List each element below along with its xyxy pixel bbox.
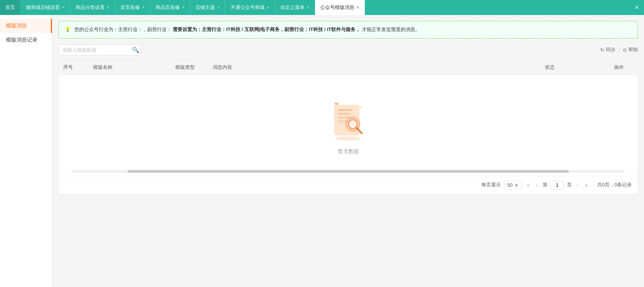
th-type: 模版类型 — [171, 60, 208, 74]
tab-homepage-close[interactable]: × — [142, 5, 145, 10]
empty-state: ✦ ✦ 暂无数据 — [59, 75, 638, 170]
search-icon: 🔍 — [132, 47, 139, 53]
notice-prefix: 您的公众号行业为：主营行业：，副营行业： — [74, 27, 172, 32]
sync-label: 同步 — [606, 46, 616, 53]
notice-suffix: 才能正常发送预置的消息。 — [362, 27, 420, 32]
sidebar-item-template-msg-label: 模版消息 — [6, 22, 27, 28]
svg-rect-2 — [338, 109, 353, 111]
last-page-button[interactable]: » — [583, 181, 589, 189]
th-index: 序号 — [59, 60, 89, 74]
tab-category-close[interactable]: × — [107, 5, 110, 10]
tab-bar: 首页 微商城店铺设置 × 商品分类设置 × 首页装修 × 商品页装修 × 店铺主… — [0, 0, 644, 15]
page-size-chevron: ∨ — [515, 182, 518, 188]
page-size-label: 每页显示 — [481, 181, 501, 188]
tab-theme[interactable]: 店铺主题 × — [190, 0, 225, 15]
tab-theme-close[interactable]: × — [217, 5, 220, 10]
search-input[interactable] — [59, 45, 129, 55]
close-all-button[interactable]: × — [629, 0, 644, 15]
tab-weshop[interactable]: 微商城店铺设置 × — [21, 0, 70, 15]
tab-productpage-close[interactable]: × — [182, 5, 185, 10]
tab-mall[interactable]: 开通公众号商城 × — [225, 0, 275, 15]
sync-icon: ↻ — [600, 47, 604, 53]
svg-point-0 — [335, 136, 361, 141]
search-bar: 🔍 ↻ 同步 | ⊙ 帮助 — [58, 45, 638, 55]
tab-template[interactable]: 公众号模版消息 × — [315, 0, 365, 15]
table-header: 序号 模版名称 模版类型 消息内容 状态 操作 — [59, 60, 638, 75]
sync-button[interactable]: ↻ 同步 — [600, 46, 616, 53]
page-input[interactable] — [551, 181, 564, 189]
search-right: ↻ 同步 | ⊙ 帮助 — [600, 46, 638, 53]
tab-home-label: 首页 — [5, 4, 15, 11]
tab-template-close[interactable]: × — [357, 5, 359, 10]
notice-highlight: 需要设置为：主营行业：IT科技 / 互联网|电子商务，副营行业：IT科技 / I… — [173, 27, 360, 32]
tab-theme-label: 店铺主题 — [195, 4, 215, 11]
th-content: 消息内容 — [208, 60, 540, 74]
search-button[interactable]: 🔍 — [129, 46, 141, 54]
page-size-value: 50 — [507, 182, 512, 188]
th-name: 模版名称 — [89, 60, 171, 74]
tab-mall-label: 开通公众号商城 — [231, 4, 265, 11]
tab-productpage-label: 商品页装修 — [155, 4, 180, 11]
next-page-button[interactable]: › — [575, 181, 580, 189]
prev-page-button[interactable]: ‹ — [534, 181, 540, 189]
tab-productpage[interactable]: 商品页装修 × — [150, 0, 190, 15]
tab-home[interactable]: 首页 — [0, 0, 21, 15]
tab-weshop-close[interactable]: × — [62, 5, 65, 10]
horizontal-scrollbar[interactable] — [72, 170, 624, 173]
svg-rect-3 — [338, 113, 350, 115]
total-info: 共0页，0条记录 — [597, 181, 632, 188]
scrollbar-thumb[interactable] — [127, 170, 569, 173]
sidebar-item-template-msg[interactable]: 模版消息 — [0, 19, 52, 33]
tab-mall-close[interactable]: × — [267, 5, 269, 10]
th-action: 操作 — [600, 60, 638, 74]
content-area: 💡 您的公众号行业为：主营行业：，副营行业： 需要设置为：主营行业：IT科技 /… — [52, 15, 644, 287]
page-size-select[interactable]: 50 ∨ — [504, 181, 522, 189]
empty-text: 暂无数据 — [338, 148, 359, 155]
page-end: 页 — [567, 181, 572, 188]
empty-illustration: ✦ ✦ — [326, 97, 371, 142]
search-left: 🔍 — [58, 45, 141, 55]
help-button[interactable]: ⊙ 帮助 — [623, 46, 638, 53]
sidebar-item-template-record[interactable]: 模版消息记录 — [0, 33, 52, 47]
tab-weshop-label: 微商城店铺设置 — [26, 4, 60, 11]
first-page-button[interactable]: « — [525, 181, 531, 189]
sidebar-item-template-record-label: 模版消息记录 — [6, 37, 37, 43]
tab-homepage-label: 首页装修 — [120, 4, 140, 11]
help-icon: ⊙ — [623, 47, 627, 53]
tab-custommenu[interactable]: 自定义菜单 × — [275, 0, 315, 15]
tab-category-label: 商品分类设置 — [76, 4, 105, 11]
tab-template-label: 公众号模版消息 — [320, 4, 354, 11]
pagination: 每页显示 50 ∨ « ‹ 第 页 › » 共0页，0条记录 — [59, 176, 638, 194]
tab-category[interactable]: 商品分类设置 × — [70, 0, 115, 15]
th-status: 状态 — [540, 60, 600, 74]
tab-custommenu-close[interactable]: × — [307, 5, 309, 10]
search-input-wrap: 🔍 — [58, 45, 141, 55]
svg-text:✦: ✦ — [360, 105, 363, 109]
notice-banner: 💡 您的公众号行业为：主营行业：，副营行业： 需要设置为：主营行业：IT科技 /… — [58, 21, 638, 39]
tab-homepage[interactable]: 首页装修 × — [115, 0, 150, 15]
divider: | — [619, 47, 620, 53]
notice-icon: 💡 — [65, 27, 71, 32]
sidebar: 模版消息 模版消息记录 — [0, 15, 52, 287]
data-table: 序号 模版名称 模版类型 消息内容 状态 操作 — [58, 60, 638, 194]
page-word: 第 — [543, 181, 548, 188]
main-layout: 模版消息 模版消息记录 💡 您的公众号行业为：主营行业：，副营行业： 需要设置为… — [0, 15, 644, 287]
help-label: 帮助 — [628, 46, 638, 53]
tab-custommenu-label: 自定义菜单 — [280, 4, 305, 11]
svg-text:✦: ✦ — [333, 117, 335, 120]
